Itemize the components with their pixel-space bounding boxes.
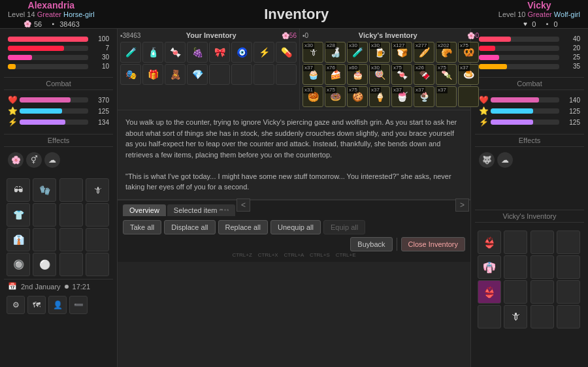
person-icon[interactable]: 👤 xyxy=(48,296,67,314)
vicky-shop-item[interactable]: 🥖x277 xyxy=(414,42,434,63)
inv-item[interactable]: 🧪 xyxy=(120,42,141,63)
vicky-shop-item[interactable]: 🥮x31 xyxy=(302,86,323,107)
unequip-all-button[interactable]: Unequip all xyxy=(270,220,321,234)
inv-item[interactable]: 🎁 xyxy=(142,64,163,85)
r-combat-icon-3: ⚡ xyxy=(479,118,488,127)
vicky-shop-item[interactable]: 🧪x30 xyxy=(347,42,368,63)
right-effects-title: Effects xyxy=(475,134,584,147)
vicky-item-15[interactable] xyxy=(531,305,554,328)
vicky-shop-item[interactable]: x37 xyxy=(436,86,457,107)
inv-item[interactable]: 💎 xyxy=(187,64,208,85)
vicky-shop-item[interactable]: 🍪x75 xyxy=(347,86,368,107)
equip-cell[interactable] xyxy=(86,203,109,227)
equip-cell[interactable]: 🕶 xyxy=(7,178,30,202)
vicky-shop-item[interactable]: 🍬x75 xyxy=(391,64,412,85)
inv-item[interactable]: 🍬 xyxy=(165,42,186,63)
equip-cell[interactable]: 🗡 xyxy=(86,178,109,202)
close-inventory-button[interactable]: Close Inventory xyxy=(401,237,465,251)
vicky-shop-item[interactable]: 🍡x75 xyxy=(436,64,457,85)
tab-selected-item[interactable]: Selected item ᵐ⁺ˢ xyxy=(167,204,235,216)
inv-item[interactable]: 🎭 xyxy=(120,64,141,85)
vicky-shop-item[interactable]: 🥨x75 xyxy=(458,42,479,63)
vicky-item-13[interactable] xyxy=(478,305,501,328)
replace-all-button[interactable]: Replace all xyxy=(218,220,268,234)
vicky-shop-item[interactable]: 🍩x75 xyxy=(325,86,346,107)
vicky-item-12[interactable] xyxy=(557,280,580,304)
vicky-shop-item[interactable]: 🍧x37 xyxy=(391,86,412,107)
tab-overview[interactable]: Overview xyxy=(123,204,166,216)
equip-cell[interactable]: ⚪ xyxy=(33,253,56,276)
vicky-item-8[interactable] xyxy=(557,255,580,279)
vicky-shop-item[interactable]: 🍭x30 xyxy=(369,64,390,85)
equip-cell[interactable] xyxy=(86,228,109,251)
equip-cell[interactable] xyxy=(59,203,83,227)
page-title: Inventory xyxy=(264,6,329,23)
inv-item[interactable]: ⚡ xyxy=(253,42,274,63)
right-char-level: Level 10 Greater Wolf-girl xyxy=(498,10,580,18)
vicky-shop-item[interactable]: 🍺x30 xyxy=(369,42,390,63)
equip-cell[interactable] xyxy=(59,253,83,276)
inv-item[interactable]: 💊 xyxy=(276,42,297,63)
minus-icon[interactable]: ➖ xyxy=(69,296,88,314)
equip-all-button[interactable]: Equip all xyxy=(323,220,365,234)
vicky-item-14[interactable]: 🗡 xyxy=(504,305,527,328)
effect-icon-1: 🌸 xyxy=(8,152,24,168)
inv-item[interactable]: 🧴 xyxy=(142,42,163,63)
map-icon[interactable]: 🗺 xyxy=(27,296,46,314)
nav-right-button[interactable]: > xyxy=(455,199,469,212)
vicky-shop-item[interactable] xyxy=(458,86,479,107)
inv-item[interactable]: 🍇 xyxy=(187,42,208,63)
gear-icon[interactable]: ⚙ xyxy=(7,296,25,314)
vicky-shop-item[interactable]: 🍦x37 xyxy=(369,86,390,107)
action-row-2: Buyback Close Inventory xyxy=(123,237,465,251)
vicky-shop-item[interactable]: 🍰x76 xyxy=(325,64,346,85)
vicky-item-7[interactable] xyxy=(531,255,554,279)
vicky-item-9[interactable]: 👙 xyxy=(478,280,501,304)
nav-left-button[interactable]: < xyxy=(237,199,250,212)
vicky-shop-item[interactable]: 🍶x28 xyxy=(325,42,346,63)
vicky-shop-item[interactable]: 🍨x37 xyxy=(414,86,434,107)
equip-cell[interactable] xyxy=(59,228,83,251)
equip-cell[interactable] xyxy=(86,253,109,276)
displace-all-button[interactable]: Displace all xyxy=(164,220,215,234)
inv-item[interactable] xyxy=(253,64,274,85)
inv-item[interactable]: 🧸 xyxy=(165,64,186,85)
combat-icon-3: ⚡ xyxy=(8,118,17,127)
vicky-item-4[interactable] xyxy=(557,231,580,254)
left-stat-coin: ▪ 38463 xyxy=(48,20,80,29)
main-content: ▪38463 Your Inventory 🌸56 🧪 🧴 🍬 🍇 🎀 🧿 ⚡ … xyxy=(118,29,470,367)
equip-cell[interactable] xyxy=(33,203,56,227)
inv-item[interactable]: 🎀 xyxy=(209,42,230,63)
equip-cell[interactable]: 👔 xyxy=(7,228,30,251)
bar-3: 30 xyxy=(8,54,109,61)
vicky-shop-item[interactable]: 🧁x37 xyxy=(302,64,323,85)
vicky-shop-item[interactable]: 🥐x202 xyxy=(436,42,457,63)
vicky-item-6[interactable] xyxy=(504,255,527,279)
equip-cell[interactable]: 🧤 xyxy=(33,178,56,202)
inv-item[interactable] xyxy=(276,64,297,85)
right-stat-bars: 40 20 25 35 xyxy=(475,33,584,74)
inv-item[interactable] xyxy=(231,64,252,85)
equip-cell[interactable] xyxy=(33,228,56,251)
equip-cell[interactable] xyxy=(59,178,83,202)
heart-icon: ♥ xyxy=(521,20,530,29)
vicky-item-11[interactable] xyxy=(531,280,554,304)
bar-4: 10 xyxy=(8,63,109,70)
vicky-shop-item[interactable]: 🎂x60 xyxy=(347,64,368,85)
vicky-item-5[interactable]: 👘 xyxy=(478,255,501,279)
equip-cell[interactable]: 👕 xyxy=(7,203,30,227)
vicky-item-1[interactable]: 👙 xyxy=(478,231,501,254)
vicky-item-16[interactable] xyxy=(557,305,580,328)
inv-item[interactable]: 🧿 xyxy=(231,42,252,63)
vicky-item-2[interactable] xyxy=(504,231,527,254)
equip-cell[interactable]: 🔘 xyxy=(7,253,30,276)
vicky-item-3[interactable] xyxy=(531,231,554,254)
take-all-button[interactable]: Take all xyxy=(123,220,161,234)
vicky-shop-item[interactable]: 🍞x127 xyxy=(391,42,412,63)
vicky-item-10[interactable] xyxy=(504,280,527,304)
vicky-shop-item[interactable]: 🍫x26 xyxy=(414,64,434,85)
vicky-shop-item[interactable]: 🗡x30 xyxy=(302,42,323,63)
vicky-shop-item[interactable]: 🍮x37 xyxy=(458,64,479,85)
buyback-button[interactable]: Buyback xyxy=(350,237,392,251)
inv-item[interactable] xyxy=(209,64,230,85)
